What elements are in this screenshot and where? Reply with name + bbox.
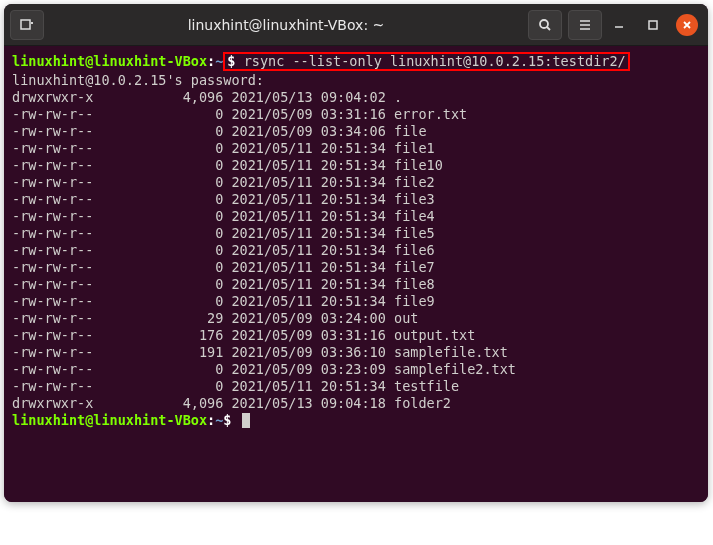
maximize-button[interactable] <box>642 14 664 36</box>
prompt-line-1: linuxhint@linuxhint-VBox:~$ rsync --list… <box>12 52 700 72</box>
prompt-path: ~ <box>215 53 223 69</box>
listing-row: -rw-rw-r-- 0 2021/05/11 20:51:34 file10 <box>12 157 700 174</box>
listing-row: -rw-rw-r-- 0 2021/05/11 20:51:34 file3 <box>12 191 700 208</box>
listing-row: -rw-rw-r-- 0 2021/05/11 20:51:34 file4 <box>12 208 700 225</box>
listing-row: -rw-rw-r-- 0 2021/05/11 20:51:34 file9 <box>12 293 700 310</box>
terminal-body[interactable]: linuxhint@linuxhint-VBox:~$ rsync --list… <box>4 46 708 502</box>
prompt-symbol: $ <box>227 53 235 69</box>
password-prompt: linuxhint@10.0.2.15's password: <box>12 72 700 89</box>
prompt-user: linuxhint@linuxhint-VBox <box>12 53 207 69</box>
menu-button[interactable] <box>568 10 602 40</box>
search-button[interactable] <box>528 10 562 40</box>
close-button[interactable] <box>676 14 698 36</box>
cursor <box>242 413 250 428</box>
minimize-button[interactable] <box>608 14 630 36</box>
window-title: linuxhint@linuxhint-VBox: ~ <box>50 17 522 33</box>
listing-row: -rw-rw-r-- 0 2021/05/09 03:31:16 error.t… <box>12 106 700 123</box>
listing-row: -rw-rw-r-- 191 2021/05/09 03:36:10 sampl… <box>12 344 700 361</box>
prompt-line-2: linuxhint@linuxhint-VBox:~$ <box>12 412 700 429</box>
listing-row: -rw-rw-r-- 176 2021/05/09 03:31:16 outpu… <box>12 327 700 344</box>
listing-row: drwxrwxr-x 4,096 2021/05/13 09:04:02 . <box>12 89 700 106</box>
listing-row: -rw-rw-r-- 0 2021/05/11 20:51:34 file7 <box>12 259 700 276</box>
listing-row: drwxrwxr-x 4,096 2021/05/13 09:04:18 fol… <box>12 395 700 412</box>
svg-rect-2 <box>649 21 657 29</box>
listing-row: -rw-rw-r-- 0 2021/05/11 20:51:34 file2 <box>12 174 700 191</box>
prompt-user: linuxhint@linuxhint-VBox <box>12 412 207 428</box>
listing-row: -rw-rw-r-- 0 2021/05/09 03:23:09 samplef… <box>12 361 700 378</box>
listing-container: drwxrwxr-x 4,096 2021/05/13 09:04:02 .-r… <box>12 89 700 412</box>
listing-row: -rw-rw-r-- 0 2021/05/11 20:51:34 testfil… <box>12 378 700 395</box>
listing-row: -rw-rw-r-- 0 2021/05/11 20:51:34 file6 <box>12 242 700 259</box>
svg-rect-0 <box>21 20 30 29</box>
listing-row: -rw-rw-r-- 0 2021/05/11 20:51:34 file8 <box>12 276 700 293</box>
new-tab-button[interactable] <box>10 10 44 40</box>
svg-point-1 <box>540 20 548 28</box>
prompt-colon: : <box>207 53 215 69</box>
listing-row: -rw-rw-r-- 0 2021/05/11 20:51:34 file1 <box>12 140 700 157</box>
listing-row: -rw-rw-r-- 0 2021/05/11 20:51:34 file5 <box>12 225 700 242</box>
listing-row: -rw-rw-r-- 29 2021/05/09 03:24:00 out <box>12 310 700 327</box>
titlebar: linuxhint@linuxhint-VBox: ~ <box>4 4 708 46</box>
window-controls <box>608 14 702 36</box>
listing-row: -rw-rw-r-- 0 2021/05/09 03:34:06 file <box>12 123 700 140</box>
terminal-window: linuxhint@linuxhint-VBox: ~ linuxhint@li… <box>4 4 708 502</box>
prompt-symbol: $ <box>223 412 231 428</box>
command-highlight: $ rsync --list-only linuxhint@10.0.2.15:… <box>223 52 629 71</box>
prompt-colon: : <box>207 412 215 428</box>
command-text: rsync --list-only linuxhint@10.0.2.15:te… <box>244 53 626 69</box>
